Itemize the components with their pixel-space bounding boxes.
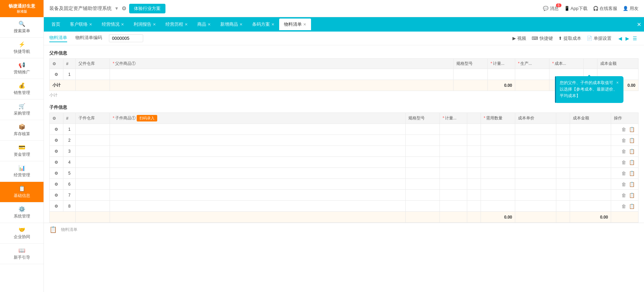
- cell-child-warehouse-1[interactable]: [76, 124, 110, 135]
- cell-child-unit-cost-7[interactable]: [515, 190, 556, 201]
- sidebar-item-operation[interactable]: 📊 经营管理: [0, 161, 44, 182]
- cell-child-spec-5[interactable]: [406, 168, 440, 179]
- cell-child-spec-4[interactable]: [406, 157, 440, 168]
- row-settings-child-2[interactable]: ⚙: [50, 135, 63, 146]
- cell-parent-warehouse-1[interactable]: [76, 69, 110, 80]
- delete-row-btn-2[interactable]: 🗑: [621, 137, 627, 144]
- row-settings-parent-1[interactable]: ⚙: [50, 69, 63, 80]
- tab-goods[interactable]: 商品 ✕: [193, 19, 215, 30]
- cell-child-spec-1[interactable]: [406, 124, 440, 135]
- tab-bom[interactable]: 物料清单 ✕: [279, 19, 311, 30]
- cell-child-spec-3[interactable]: [406, 146, 440, 157]
- cell-child-spec-7[interactable]: [406, 190, 440, 201]
- cell-child-unit-cost-8[interactable]: [515, 201, 556, 212]
- delete-row-btn-8[interactable]: 🗑: [621, 203, 627, 210]
- cell-child-unit-cost-5[interactable]: [515, 168, 556, 179]
- tab-history[interactable]: 经营历程 ✕: [161, 19, 193, 30]
- cell-child-qty-5[interactable]: [481, 168, 515, 179]
- close-all-tabs[interactable]: ✕: [637, 21, 641, 28]
- cell-child-qty-3[interactable]: [481, 146, 515, 157]
- delete-row-btn-6[interactable]: 🗑: [621, 181, 627, 188]
- online-service[interactable]: 🎧 在线客服: [593, 5, 618, 12]
- row-settings-child-1[interactable]: ⚙: [50, 124, 63, 135]
- cell-child-unit-cost-4[interactable]: [515, 157, 556, 168]
- sidebar-item-system[interactable]: ⚙️ 系统管理: [0, 202, 44, 223]
- cell-child-product-7[interactable]: [110, 190, 406, 201]
- cell-child-warehouse-4[interactable]: [76, 157, 110, 168]
- cell-child-unit-cost-1[interactable]: [515, 124, 556, 135]
- close-tab-customer[interactable]: ✕: [89, 22, 92, 27]
- sidebar-item-inventory[interactable]: 📦 库存核算: [0, 120, 44, 141]
- sidebar-item-marketing[interactable]: 📢 营销推广: [0, 58, 44, 79]
- cell-child-warehouse-3[interactable]: [76, 146, 110, 157]
- row-settings-child-7[interactable]: ⚙: [50, 190, 63, 201]
- sidebar-item-cooperation[interactable]: 🤝 企业协同: [0, 223, 44, 244]
- prev-btn[interactable]: ◀: [617, 35, 623, 42]
- menu-btn[interactable]: ☰: [631, 35, 639, 42]
- copy-row-btn-2[interactable]: 📋: [628, 137, 635, 144]
- cell-child-product-6[interactable]: [110, 179, 406, 190]
- view-video-btn[interactable]: ▶ 视频: [512, 35, 526, 42]
- user-avatar[interactable]: 👤 用友: [623, 5, 639, 12]
- sidebar-item-basic-info[interactable]: 📋 基础信息: [0, 182, 44, 202]
- cell-child-unit-5[interactable]: [440, 168, 467, 179]
- copy-row-btn-8[interactable]: 📋: [628, 203, 635, 210]
- cell-child-spec-6[interactable]: [406, 179, 440, 190]
- cell-child-unit-2[interactable]: [440, 135, 467, 146]
- app-download[interactable]: 📱 App下载: [564, 5, 587, 12]
- cell-child-product-3[interactable]: [110, 146, 406, 157]
- cell-parent-product-1[interactable]: [110, 69, 454, 80]
- copy-row-btn-6[interactable]: 📋: [628, 181, 635, 188]
- cell-child-warehouse-2[interactable]: [76, 135, 110, 146]
- cell-parent-unit-1[interactable]: [488, 69, 515, 80]
- delete-row-btn-1[interactable]: 🗑: [621, 126, 627, 133]
- delete-row-btn-4[interactable]: 🗑: [621, 159, 627, 166]
- cell-child-warehouse-5[interactable]: [76, 168, 110, 179]
- cell-child-qty-2[interactable]: [481, 135, 515, 146]
- cell-child-warehouse-8[interactable]: [76, 201, 110, 212]
- message-badge[interactable]: 💬 消息 6: [543, 5, 559, 12]
- cell-child-product-2[interactable]: [110, 135, 406, 146]
- cell-parent-spec-1[interactable]: [454, 69, 488, 80]
- cell-child-unit-cost-3[interactable]: [515, 146, 556, 157]
- sidebar-item-guide[interactable]: 📖 新手引导: [0, 244, 44, 264]
- close-tab-bom[interactable]: ✕: [303, 22, 306, 27]
- close-tab-profit[interactable]: ✕: [153, 22, 156, 27]
- copy-row-btn-5[interactable]: 📋: [628, 170, 635, 177]
- doc-icon[interactable]: 📋: [49, 226, 57, 233]
- row-settings-child-8[interactable]: ⚙: [50, 201, 63, 212]
- sidebar-item-sales[interactable]: 💰 销售管理: [0, 79, 44, 100]
- delete-row-btn-3[interactable]: 🗑: [621, 148, 627, 155]
- cell-child-spec-8[interactable]: [406, 201, 440, 212]
- cell-child-unit-7[interactable]: [440, 190, 467, 201]
- sidebar-item-search[interactable]: 🔍 搜索菜单: [0, 17, 44, 38]
- sidebar-item-quick-nav[interactable]: ⚡ 快捷导航: [0, 38, 44, 58]
- cell-child-qty-4[interactable]: [481, 157, 515, 168]
- tab-profit[interactable]: 利润报告 ✕: [129, 19, 161, 30]
- close-tab-history[interactable]: ✕: [185, 22, 188, 27]
- tab-new-goods[interactable]: 新增商品 ✕: [215, 19, 247, 30]
- cell-child-qty-6[interactable]: [481, 179, 515, 190]
- row-settings-child-3[interactable]: ⚙: [50, 146, 63, 157]
- cell-parent-prod-1[interactable]: [515, 69, 549, 80]
- tab-operation-status[interactable]: 经营情况 ✕: [97, 19, 129, 30]
- cell-child-warehouse-6[interactable]: [76, 179, 110, 190]
- row-settings-child-4[interactable]: ⚙: [50, 157, 63, 168]
- experience-btn[interactable]: 体验行业方案: [129, 4, 165, 13]
- copy-row-btn-1[interactable]: 📋: [628, 126, 635, 133]
- tab-barcode[interactable]: 条码方案 ✕: [247, 19, 279, 30]
- tab-home[interactable]: 首页: [47, 19, 65, 30]
- cell-child-warehouse-7[interactable]: [76, 190, 110, 201]
- bom-code-input[interactable]: [109, 34, 143, 42]
- row-settings-child-5[interactable]: ⚙: [50, 168, 63, 179]
- tab-customer[interactable]: 客户联络 ✕: [65, 19, 97, 30]
- cell-child-product-8[interactable]: [110, 201, 406, 212]
- delete-row-btn-7[interactable]: 🗑: [621, 192, 627, 199]
- sidebar-item-purchase[interactable]: 🛒 采购管理: [0, 100, 44, 120]
- scan-btn[interactable]: 扫码录入: [137, 115, 157, 121]
- sidebar-item-finance[interactable]: 💳 资金管理: [0, 141, 44, 161]
- sub-tab-bom-code[interactable]: 物料清单编码: [75, 35, 102, 42]
- close-tab-new-goods[interactable]: ✕: [239, 22, 243, 27]
- extract-cost-btn[interactable]: ⬆ 提取成本: [558, 35, 581, 42]
- cell-child-qty-7[interactable]: [481, 190, 515, 201]
